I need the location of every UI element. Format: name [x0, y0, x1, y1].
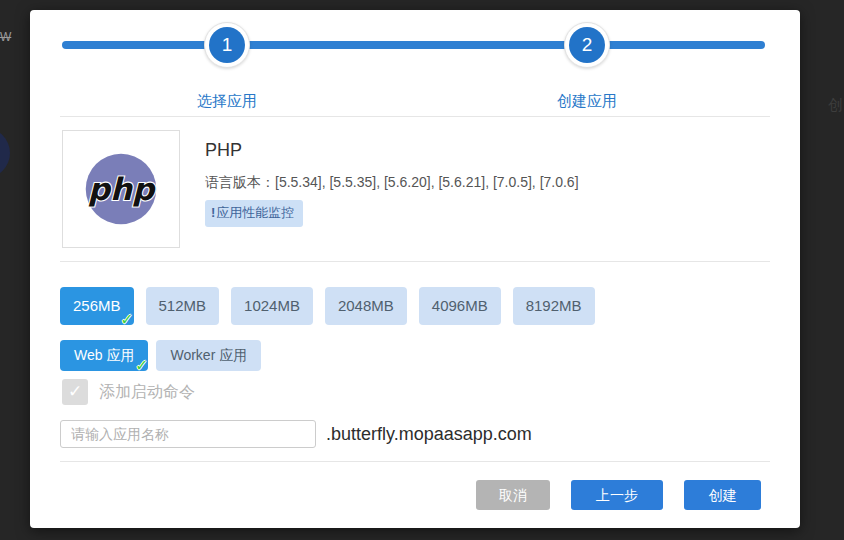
stepper-step-1-label: 选择应用 [167, 92, 287, 111]
startup-command-label: 添加启动命令 [99, 382, 195, 403]
stepper-step-2[interactable]: 2 [564, 22, 610, 68]
check-icon: ✓ [135, 358, 148, 374]
memory-option-label: 256MB [73, 297, 121, 314]
memory-option-4096mb[interactable]: 4096MB [419, 287, 501, 325]
memory-option-label: 2048MB [338, 297, 394, 314]
stepper-step-2-number: 2 [569, 27, 605, 63]
type-option-worker[interactable]: Worker 应用 [156, 340, 261, 371]
app-versions-list: [5.5.34], [5.5.35], [5.6.20], [5.6.21], … [275, 174, 579, 190]
memory-option-label: 1024MB [244, 297, 300, 314]
create-app-modal: 1 2 选择应用 创建应用 php PHP 语言版本：[5.5.34], [5.… [30, 10, 800, 528]
memory-options-row: 256MB ✓ 512MB 1024MB 2048MB 4096MB 8192M… [60, 287, 595, 325]
previous-step-button[interactable]: 上一步 [571, 480, 663, 510]
php-app-card: php [62, 130, 180, 248]
background-text-fragment: W [0, 30, 11, 44]
app-title: PHP [205, 140, 242, 161]
performance-monitor-badge: !应用性能监控 [205, 200, 303, 227]
background-avatar-fragment [0, 128, 10, 178]
divider [60, 116, 770, 117]
memory-option-512mb[interactable]: 512MB [146, 287, 220, 325]
startup-command-checkbox[interactable]: ✓ [62, 379, 88, 405]
divider [60, 461, 770, 462]
memory-option-8192mb[interactable]: 8192MB [513, 287, 595, 325]
app-versions: 语言版本：[5.5.34], [5.5.35], [5.6.20], [5.6.… [205, 174, 579, 192]
stepper-step-2-label: 创建应用 [527, 92, 647, 111]
check-icon: ✓ [68, 382, 82, 401]
exclamation-icon: ! [211, 205, 215, 220]
stepper-step-1-number: 1 [209, 27, 245, 63]
type-option-web[interactable]: Web 应用 ✓ [60, 340, 148, 371]
app-name-row: .butterfly.mopaasapp.com [60, 420, 532, 448]
type-option-label: Worker 应用 [170, 347, 247, 363]
memory-option-label: 512MB [159, 297, 207, 314]
divider [60, 261, 770, 262]
memory-option-2048mb[interactable]: 2048MB [325, 287, 407, 325]
stepper-progress-bar [62, 41, 765, 49]
type-option-label: Web 应用 [74, 347, 134, 363]
php-logo-icon: php [78, 146, 164, 232]
memory-option-label: 8192MB [526, 297, 582, 314]
app-type-options-row: Web 应用 ✓ Worker 应用 [60, 340, 261, 371]
footer-buttons: 取消 上一步 创建 [476, 480, 761, 510]
app-name-input[interactable] [60, 420, 316, 448]
domain-suffix: .butterfly.mopaasapp.com [326, 424, 532, 445]
performance-monitor-badge-label: 应用性能监控 [216, 205, 294, 220]
background-glyph-fragment: 创 [828, 96, 843, 115]
app-versions-label: 语言版本： [205, 174, 275, 190]
check-icon: ✓ [120, 312, 133, 328]
memory-option-1024mb[interactable]: 1024MB [231, 287, 313, 325]
stepper-step-1[interactable]: 1 [204, 22, 250, 68]
cancel-button[interactable]: 取消 [476, 480, 550, 510]
php-logo-text: php [88, 171, 156, 207]
memory-option-label: 4096MB [432, 297, 488, 314]
startup-command-row: ✓ 添加启动命令 [62, 379, 195, 405]
memory-option-256mb[interactable]: 256MB ✓ [60, 287, 134, 325]
create-button[interactable]: 创建 [684, 480, 761, 510]
